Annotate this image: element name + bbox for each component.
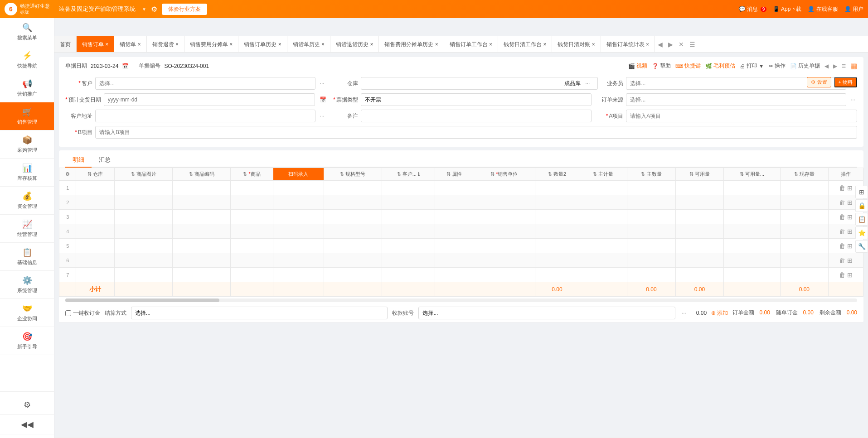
tab-order-workbench[interactable]: 销售订单工作台 ×	[444, 36, 498, 53]
row5-copy-icon[interactable]: ⊞	[847, 242, 853, 250]
account-select[interactable]: 选择...	[418, 307, 675, 319]
tab-summary[interactable]: 汇总	[92, 153, 118, 168]
tab-home[interactable]: 首页	[54, 36, 77, 53]
view-mode-list[interactable]: ≡	[842, 62, 846, 70]
th-product[interactable]: ⇅ *商品	[231, 168, 273, 181]
row1-main-qty[interactable]	[627, 181, 675, 195]
sidebar-item-finance[interactable]: 💰 资金管理	[0, 187, 54, 215]
th-attr[interactable]: ⇅ 属性	[435, 168, 473, 181]
th-image[interactable]: ⇅ 商品图片	[115, 168, 173, 181]
drop-arrow[interactable]: ▼	[142, 7, 146, 12]
quick-btn-1[interactable]: ⊞	[855, 186, 868, 198]
b-project-input[interactable]	[95, 126, 857, 139]
print-btn[interactable]: 🖨 打印 ▼	[740, 62, 764, 70]
address-dots[interactable]: ···	[318, 113, 326, 119]
app-download-btn[interactable]: 📱 App下载	[773, 5, 801, 13]
th-current[interactable]: ⇅ 现存量	[780, 168, 828, 181]
tab-sales-return[interactable]: 销货退货 ×	[147, 36, 184, 53]
th-available2[interactable]: ⇅ 可用量...	[724, 168, 781, 181]
row5-delete-icon[interactable]: 🗑	[839, 242, 845, 250]
tab-nav-close[interactable]: ✕	[676, 41, 687, 48]
tab-return-history[interactable]: 销货退货历史 ×	[330, 36, 379, 53]
shortcut-btn[interactable]: ⌨ 快捷键	[675, 62, 701, 70]
sidebar-item-guide[interactable]: 🎯 新手引导	[0, 327, 54, 355]
message-btn[interactable]: 💬 消息 9	[739, 5, 766, 13]
invoice-select[interactable]: 不开票 增值税普通发票 增值税专用发票	[361, 93, 592, 106]
row1-product[interactable]	[231, 181, 273, 195]
profit-btn[interactable]: 🌿 毛利预估	[705, 62, 735, 70]
tab-cash-daily[interactable]: 钱货日清工作台 ×	[498, 36, 552, 53]
row2-warehouse[interactable]	[76, 195, 115, 210]
th-unit[interactable]: ⇅ *销售单位	[473, 168, 535, 181]
warehouse-dots[interactable]: ···	[583, 80, 592, 87]
view-btn[interactable]: 🎬 视频	[628, 62, 647, 70]
th-customer-code[interactable]: ⇅ 客户... ℹ	[382, 168, 435, 181]
help-btn[interactable]: ❓ 帮助	[652, 62, 671, 70]
industry-btn[interactable]: 体验行业方案	[162, 4, 207, 15]
row1-copy-icon[interactable]: ⊞	[847, 184, 853, 192]
add-product-btn[interactable]: + 物料	[834, 77, 857, 87]
th-available[interactable]: ⇅ 可用量	[675, 168, 723, 181]
quick-btn-4[interactable]: ⭐	[855, 226, 868, 239]
th-qty2[interactable]: ⇅ 数量2	[535, 168, 579, 181]
row6-copy-icon[interactable]: ⊞	[847, 257, 853, 264]
sidebar-item-settings-bottom[interactable]: ⚙	[0, 395, 54, 415]
sidebar-item-nav[interactable]: ⚡ 快捷导航	[0, 46, 54, 74]
sidebar-item-management[interactable]: 📈 经营管理	[0, 215, 54, 243]
sidebar-item-inventory[interactable]: 📊 库存核算	[0, 159, 54, 187]
account-dots[interactable]: ···	[680, 310, 688, 316]
delivery-calendar-icon[interactable]: 📅	[320, 96, 326, 103]
th-spec[interactable]: ⇅ 规格型号	[324, 168, 382, 181]
row2-delete-icon[interactable]: 🗑	[839, 199, 845, 206]
row4-copy-icon[interactable]: ⊞	[847, 228, 853, 235]
row1-qty2[interactable]	[535, 181, 579, 195]
tab-nav-left[interactable]: ◀	[655, 41, 665, 48]
next-record-btn[interactable]: ▶	[833, 63, 837, 69]
delivery-input[interactable]	[104, 93, 315, 106]
customer-input[interactable]	[95, 77, 315, 90]
order-source-dots[interactable]: ···	[849, 96, 857, 103]
row1-main-unit[interactable]	[579, 181, 627, 195]
order-source-input[interactable]	[626, 93, 846, 106]
table-scrollbar[interactable]	[65, 298, 857, 302]
add-payment-btn[interactable]: ⊕ 添加	[711, 309, 728, 317]
row3-copy-icon[interactable]: ⊞	[847, 213, 853, 221]
row1-attr[interactable]	[435, 181, 473, 195]
th-main-qty[interactable]: ⇅ 主数量	[627, 168, 675, 181]
tab-fee-history[interactable]: 销售费用分摊单历史 ×	[379, 36, 444, 53]
th-warehouse[interactable]: ⇅ 仓库	[76, 168, 115, 181]
th-main-unit[interactable]: ⇅ 主计量	[579, 168, 627, 181]
tab-detail[interactable]: 明细	[65, 153, 92, 168]
tab-sales-stats[interactable]: 销售订单统计表 ×	[601, 36, 655, 53]
tab-sales-order[interactable]: 销售订单 ×	[77, 36, 114, 53]
sidebar-item-marketing[interactable]: 📢 营销推广	[0, 74, 54, 102]
row4-delete-icon[interactable]: 🗑	[839, 228, 845, 235]
sidebar-item-collaboration[interactable]: 🤝 企业协同	[0, 299, 54, 327]
gear-icon[interactable]: ⚙	[151, 5, 157, 14]
prev-record-btn[interactable]: ◀	[824, 63, 829, 69]
th-code[interactable]: ⇅ 商品编码	[173, 168, 231, 181]
row1-unit[interactable]	[473, 181, 535, 195]
row3-delete-icon[interactable]: 🗑	[839, 213, 845, 221]
row1-code[interactable]	[173, 181, 231, 195]
a-project-input[interactable]	[626, 110, 857, 122]
user-btn[interactable]: 👤 用户	[844, 5, 863, 13]
customer-dots[interactable]: ···	[318, 80, 326, 87]
settings-btn[interactable]: ⚙ 设置	[807, 77, 831, 87]
sidebar-item-collapse[interactable]: ◀◀	[0, 415, 54, 434]
tab-nav-right[interactable]: ▶	[665, 41, 676, 48]
sidebar-item-purchase[interactable]: 📦 采购管理	[0, 130, 54, 159]
sidebar-item-basics[interactable]: 📋 基础信息	[0, 243, 54, 271]
address-input[interactable]	[95, 110, 315, 122]
payment-method-select[interactable]: 选择...	[131, 307, 388, 319]
th-settings[interactable]: ⚙	[59, 168, 76, 181]
row6-delete-icon[interactable]: 🗑	[839, 257, 845, 264]
sidebar-item-search[interactable]: 🔍 搜索菜单	[0, 18, 54, 46]
row7-delete-icon[interactable]: 🗑	[839, 271, 845, 279]
sidebar-item-sales[interactable]: 🛒 销售管理	[0, 102, 54, 130]
tab-nav-menu[interactable]: ☰	[687, 41, 698, 48]
remark-input[interactable]	[361, 110, 592, 122]
tab-sales-order-history[interactable]: 销售订单历史 ×	[238, 36, 287, 53]
online-support-btn[interactable]: 👤 在线客服	[808, 5, 838, 13]
quick-btn-2[interactable]: 🔒	[855, 199, 868, 212]
